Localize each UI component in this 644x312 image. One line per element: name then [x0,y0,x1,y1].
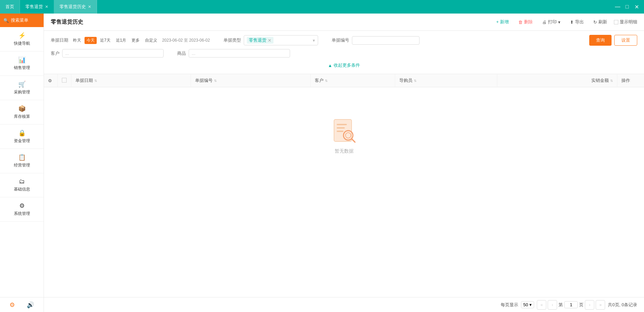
tab-retail-return-history[interactable]: 零售退货历史 ✕ [54,0,97,14]
th-guide-sort[interactable]: ⇅ [414,79,416,83]
goods-input[interactable]: ... [189,49,290,58]
tab-home[interactable]: 首页 [0,0,20,14]
type-select[interactable]: 零售退货 ✕ ▾ [244,35,318,45]
svg-point-5 [345,133,351,138]
date-btn-custom[interactable]: 自定义 [143,37,159,44]
th-action-label: 操作 [621,78,630,83]
export-button[interactable]: ⬆ 导出 [567,18,587,26]
total-info: 共0页, 0条记录 [608,302,637,308]
collapse-button[interactable]: ▲ 收起更多条件 [51,61,637,70]
page-number-input[interactable] [564,301,578,308]
customer-input[interactable]: ... [62,49,164,58]
prev-page-button[interactable]: ‹ [548,300,557,310]
sidebar-item-inventory[interactable]: 📦 库存核算 [0,100,44,125]
per-page-value: 50 [523,302,528,307]
sidebar-item-finance-mgmt[interactable]: 🔒 资金管理 [0,125,44,149]
type-filter-label: 单据类型 [223,37,241,43]
type-select-tags: 零售退货 ✕ [247,37,273,44]
top-bar: 首页 零售退货 ✕ 零售退货历史 ✕ — □ ✕ [0,0,644,14]
type-select-chevron: ▾ [313,38,315,43]
per-page-select[interactable]: 50 ▾ [521,301,534,308]
th-checkbox [57,74,71,87]
sidebar-item-sales-mgmt-label: 销售管理 [14,65,30,71]
first-page-button[interactable]: « [537,300,546,310]
type-tag-close[interactable]: ✕ [268,38,271,43]
system-mgmt-icon: ⚙ [19,202,25,209]
purchase-mgmt-icon: 🛒 [18,81,26,88]
print-button[interactable]: 🖨 打印 ▾ [540,18,563,26]
select-all-checkbox[interactable] [62,78,67,83]
search-icon: 🔍 [3,18,9,23]
sidebar-item-base-info[interactable]: 🗂 基础信息 [0,173,44,197]
refresh-button[interactable]: ↻ 刷新 [591,18,610,26]
delete-icon: 🗑 [518,20,523,25]
tab-list: 首页 零售退货 ✕ 零售退货历史 ✕ [0,0,610,14]
delete-button[interactable]: 🗑 删除 [516,18,535,26]
goods-placeholder: ... [192,51,195,56]
page-unit: 页 [579,302,583,308]
new-button-label: + 新增 [496,19,509,25]
close-window-button[interactable]: ✕ [633,4,640,10]
print-icon: 🖨 [542,20,547,25]
th-number-label: 单据编号 [195,77,213,84]
print-button-label: 打印 [548,19,557,25]
sidebar-item-operations-mgmt[interactable]: 📋 经营管理 [0,149,44,173]
table-header: ⚙ 单据日期 ⇅ 单据编号 [44,74,644,87]
sidebar-search[interactable]: 🔍 搜索菜单 [0,14,44,27]
quick-nav-icon: ⚡ [18,32,26,39]
settings-button[interactable]: 设置 [614,35,637,46]
sidebar-item-inventory-label: 库存核算 [14,114,30,119]
th-number-sort[interactable]: ⇅ [214,79,217,83]
date-filter-label: 单据日期 [51,37,68,43]
last-page-button[interactable]: » [596,300,605,310]
tab-home-label: 首页 [5,4,14,10]
sidebar-item-purchase-mgmt[interactable]: 🛒 采购管理 [0,76,44,100]
tab-retail-return-history-label: 零售退货历史 [59,4,86,10]
tab-retail-return-close[interactable]: ✕ [45,4,48,9]
th-customer-sort[interactable]: ⇅ [325,79,328,83]
number-filter-label: 单据编号 [332,37,349,43]
th-date-sort[interactable]: ⇅ [94,79,97,83]
sidebar-item-sales-mgmt[interactable]: 📊 销售管理 [0,51,44,76]
maximize-button[interactable]: □ [624,4,630,10]
sidebar-item-quick-nav[interactable]: ⚡ 快捷导航 [0,27,44,51]
finance-mgmt-icon: 🔒 [18,129,26,137]
type-tag-label: 零售退货 [249,37,266,43]
date-btn-more[interactable]: 更多 [129,37,142,44]
sidebar-item-finance-mgmt-label: 资金管理 [14,138,30,144]
sidebar-item-system-mgmt[interactable]: ⚙ 系统管理 [0,197,44,222]
number-input[interactable] [352,36,420,45]
sidebar-nav: ⚡ 快捷导航 📊 销售管理 🛒 采购管理 📦 库存核算 🔒 资金管理 📋 [0,27,44,297]
next-page-button[interactable]: › [585,300,594,310]
delete-button-label: 删除 [524,19,533,25]
page-title: 零售退货历史 [51,19,83,26]
date-btn-yesterday[interactable]: 昨天 [71,37,83,44]
th-guide-label: 导购员 [399,77,412,84]
date-btn-7days[interactable]: 近7天 [98,37,113,44]
sidebar-item-quick-nav-label: 快捷导航 [14,41,30,46]
show-detail-toggle[interactable]: 显示明细 [614,19,637,25]
show-detail-checkbox[interactable] [614,20,618,24]
date-btn-today[interactable]: 今天 [85,37,97,44]
query-button[interactable]: 查询 [589,35,612,46]
minimize-button[interactable]: — [614,4,621,10]
data-table: ⚙ 单据日期 ⇅ 单据编号 [44,74,644,181]
type-tag-retail-return: 零售退货 ✕ [247,37,273,44]
sales-mgmt-icon: 📊 [18,56,26,64]
new-button[interactable]: + 新增 [494,18,511,26]
date-btn-1month[interactable]: 近1月 [114,37,128,44]
page-label: 第 [558,302,563,308]
settings-footer-icon[interactable]: ⚙ [9,301,15,309]
th-amount-sort[interactable]: ⇅ [610,79,613,83]
tab-retail-return[interactable]: 零售退货 ✕ [20,0,54,14]
customer-filter-field: 客户 ... [51,49,164,58]
sidebar-item-purchase-mgmt-label: 采购管理 [14,89,30,95]
tab-retail-return-history-close[interactable]: ✕ [88,4,91,9]
empty-state: 暂无数据 [44,87,644,181]
settings-col-icon[interactable]: ⚙ [48,78,52,83]
audio-footer-icon[interactable]: 🔊 [27,301,34,309]
show-detail-label-text: 显示明细 [620,19,637,25]
pagination: 每页显示 50 ▾ « ‹ 第 页 › » 共0页, 0条记录 [44,297,644,312]
svg-line-6 [352,139,355,142]
base-info-icon: 🗂 [19,178,25,185]
